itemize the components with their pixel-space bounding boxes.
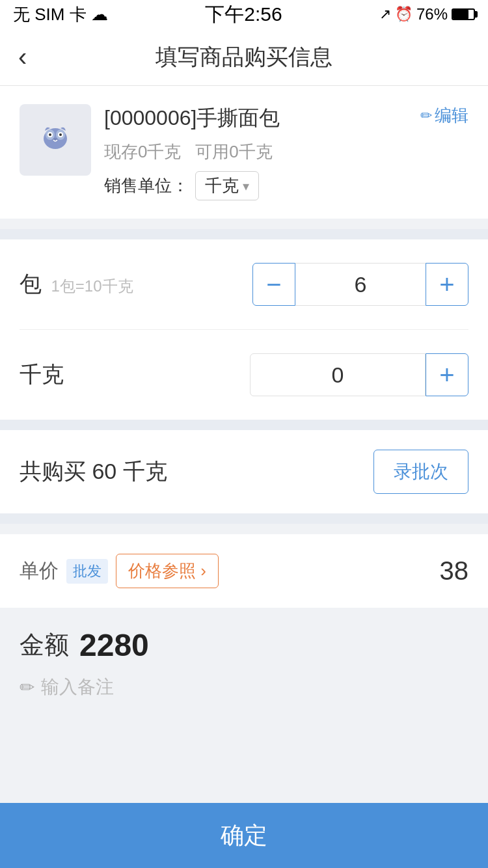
price-value: 38 <box>440 556 469 586</box>
back-button[interactable]: ‹ <box>18 42 27 72</box>
battery-percent: 76% <box>416 5 448 23</box>
amount-section: 金额 2280 ✏ 输入备注 <box>0 608 488 712</box>
kilogram-plus-button[interactable]: + <box>426 353 468 396</box>
product-image <box>20 104 91 176</box>
kilogram-quantity-input[interactable] <box>250 353 426 396</box>
status-bar: 无 SIM 卡 ☁ 下午2:56 ↗ ⏰ 76% <box>0 0 488 29</box>
kilogram-row: 千克 + <box>20 330 468 420</box>
summary-section: 共购买 60 千克 录批次 <box>0 430 488 513</box>
alarm-icon: ⏰ <box>395 6 413 23</box>
package-minus-button[interactable]: − <box>252 263 295 306</box>
product-info: [0000006]手撕面包 ✏ 编辑 现存0千克 可用0千克 销售单位： 千克 … <box>104 104 468 200</box>
confirm-bar[interactable]: 确定 <box>0 803 488 868</box>
battery-icon <box>452 8 475 20</box>
wholesale-badge: 批发 <box>66 559 108 584</box>
kilogram-label: 千克 <box>20 360 64 390</box>
price-reference-button[interactable]: 价格参照 › <box>116 554 219 588</box>
note-row[interactable]: ✏ 输入备注 <box>20 675 468 699</box>
status-carrier: 无 SIM 卡 ☁ <box>13 3 108 26</box>
location-icon: ↗ <box>379 6 391 23</box>
package-label: 包 1包=10千克 <box>20 269 133 299</box>
product-card: [0000006]手撕面包 ✏ 编辑 现存0千克 可用0千克 销售单位： 千克 … <box>0 86 488 219</box>
section-divider-1 <box>0 229 488 239</box>
package-quantity-input[interactable] <box>295 263 426 306</box>
product-name: [0000006]手撕面包 <box>104 104 280 133</box>
kilogram-quantity-control: + <box>250 353 468 396</box>
product-unit-row: 销售单位： 千克 ▾ <box>104 171 468 200</box>
package-row: 包 1包=10千克 − + <box>20 239 468 330</box>
price-label: 单价 批发 价格参照 › <box>20 554 219 588</box>
unit-select[interactable]: 千克 ▾ <box>195 171 259 200</box>
record-batch-button[interactable]: 录批次 <box>373 450 468 494</box>
amount-row: 金额 2280 <box>20 627 468 663</box>
confirm-button[interactable]: 确定 <box>221 820 267 852</box>
status-time: 下午2:56 <box>205 1 282 28</box>
section-divider-2 <box>0 420 488 430</box>
section-divider-3 <box>0 513 488 524</box>
price-row: 单价 批发 价格参照 › 38 <box>20 554 468 588</box>
chevron-down-icon: ▾ <box>243 178 249 194</box>
amount-value: 2280 <box>79 627 149 663</box>
status-right: ↗ ⏰ 76% <box>379 5 475 23</box>
product-logo-icon <box>36 116 75 163</box>
note-icon: ✏ <box>20 677 34 698</box>
product-stock: 现存0千克 可用0千克 <box>104 141 468 163</box>
summary-text: 共购买 60 千克 <box>20 457 167 487</box>
nav-bar: ‹ 填写商品购买信息 <box>0 29 488 86</box>
amount-label: 金额 <box>20 629 69 662</box>
package-plus-button[interactable]: + <box>426 263 468 306</box>
price-section: 单价 批发 价格参照 › 38 <box>0 534 488 608</box>
package-hint: 1包=10千克 <box>51 277 133 295</box>
page-title: 填写商品购买信息 <box>156 42 332 72</box>
edit-button[interactable]: ✏ 编辑 <box>420 104 468 127</box>
svg-point-5 <box>49 133 51 136</box>
package-quantity-control: − + <box>252 263 468 306</box>
input-section: 包 1包=10千克 − + 千克 + <box>0 239 488 420</box>
note-placeholder: 输入备注 <box>41 675 114 699</box>
svg-point-6 <box>59 133 62 136</box>
